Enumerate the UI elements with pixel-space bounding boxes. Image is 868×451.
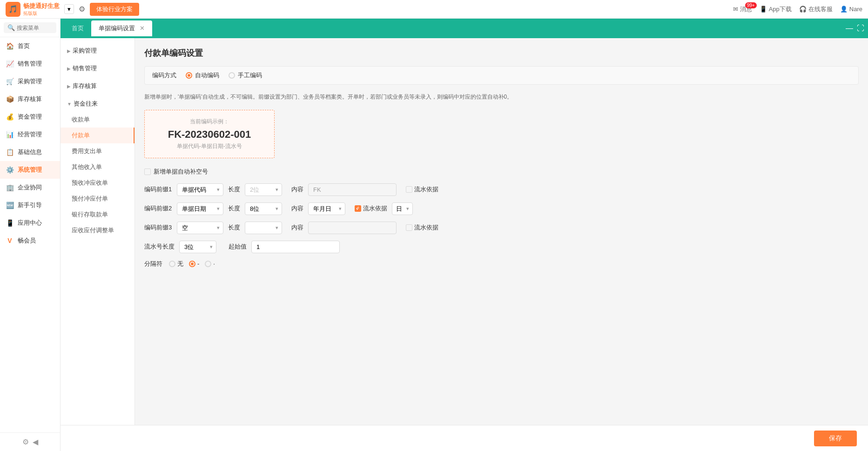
tab-close-icon[interactable]: ✕	[140, 25, 145, 32]
sidebar-item-inventory[interactable]: 📦 库存核算	[0, 90, 60, 108]
main-layout: 🔍 🏠 首页 📈 销售管理 🛒 采购管理 📦 库存核算 💰	[0, 19, 868, 451]
prefix3-select[interactable]: 空 单据代码 单据日期 部门 业务员	[177, 222, 223, 234]
preview-label: 当前编码示例：	[156, 118, 263, 126]
message-btn[interactable]: ✉ 消息 99+	[733, 5, 752, 13]
serial3-checkbox[interactable]	[406, 224, 412, 231]
prefix1-select[interactable]: 单据代码 部门 业务员 空	[177, 183, 223, 196]
sidebar-item-operations[interactable]: 📊 经营管理	[0, 126, 60, 143]
page-title: 付款单编码设置	[144, 47, 859, 59]
tab-maximize-btn[interactable]: ⛶	[857, 24, 864, 33]
sidebar-item-finance[interactable]: 💰 资金管理	[0, 108, 60, 126]
basic-icon: 📋	[6, 148, 14, 156]
submenu-group-finance-title[interactable]: ▼ 资金往来	[61, 96, 135, 112]
prefix3-label: 编码前缀3	[144, 223, 172, 232]
sales-icon: 📈	[6, 60, 14, 68]
system-icon: ⚙️	[6, 166, 14, 174]
nav-arrow-btn[interactable]: ▾	[64, 4, 74, 14]
sep-dot-radio[interactable]	[205, 261, 211, 267]
app-download-btn[interactable]: 📱 App下载	[760, 5, 792, 13]
sep-none-radio[interactable]	[169, 261, 175, 267]
sidebar-item-label: 应用中心	[18, 219, 42, 227]
save-button[interactable]: 保存	[814, 431, 857, 446]
sidebar-item-basic[interactable]: 📋 基础信息	[0, 143, 60, 161]
separator-row: 分隔符 无 - ·	[144, 260, 859, 268]
auto-fill-checkbox[interactable]	[144, 168, 151, 175]
auto-fill-label[interactable]: 新增单据自动补空号	[154, 168, 208, 176]
length2-select-wrapper: 8位 1位 2位	[245, 202, 282, 215]
sep-none-option[interactable]: 无	[169, 260, 183, 268]
sidebar-nav: 🏠 首页 📈 销售管理 🛒 采购管理 📦 库存核算 💰 资金管理 📊 经	[0, 37, 60, 432]
tab-home[interactable]: 首页	[64, 20, 91, 36]
submenu-item-adj[interactable]: 应收应付调整单	[61, 222, 135, 238]
inventory-icon: 📦	[6, 95, 14, 103]
operations-icon: 📊	[6, 130, 14, 139]
sidebar-item-label: 库存核算	[18, 95, 42, 103]
content2-select-wrapper: 年月日 年月 年	[308, 202, 345, 215]
serial2-checkbox[interactable]: ✓	[355, 205, 361, 212]
sidebar-item-label: 系统管理	[18, 166, 42, 174]
submenu-item-prepay-recv[interactable]: 预收冲应收单	[61, 175, 135, 191]
sep-dot-option[interactable]: ·	[205, 260, 215, 267]
serial-length-select[interactable]: 3位 1位 2位 4位	[179, 241, 216, 253]
prefix2-select[interactable]: 单据日期 单据代码 部门 业务员 空	[177, 202, 223, 215]
sidebar-item-label: 首页	[18, 42, 30, 50]
submenu-item-payment[interactable]: 付款单	[61, 128, 135, 143]
settings-btn[interactable]: ⚙	[22, 438, 29, 446]
appstore-icon: 📱	[6, 219, 14, 227]
length2-select[interactable]: 8位 1位 2位	[245, 202, 282, 215]
chevron-right-icon: ▶	[67, 48, 71, 54]
sidebar-item-enterprise[interactable]: 🏢 企业协同	[0, 179, 60, 196]
sidebar-item-appstore[interactable]: 📱 应用中心	[0, 214, 60, 232]
serial2-label: 流水依据	[363, 204, 387, 213]
sidebar-item-label: 畅会员	[18, 236, 36, 245]
submenu-group-inventory-title[interactable]: ▶ 库存核算	[61, 78, 135, 94]
sidebar-item-label: 经营管理	[18, 130, 42, 139]
sidebar-item-purchase[interactable]: 🛒 采购管理	[0, 73, 60, 90]
submenu-item-expense[interactable]: 费用支出单	[61, 143, 135, 159]
sidebar-item-home[interactable]: 🏠 首页	[0, 37, 60, 55]
serial2-checkbox-item: ✓ 流水依据	[355, 204, 387, 213]
submenu-group-sales-title[interactable]: ▶ 销售管理	[61, 61, 135, 76]
tab-minimize-btn[interactable]: —	[846, 24, 853, 33]
submenu-item-bank[interactable]: 银行存取款单	[61, 207, 135, 222]
length2-label: 长度	[228, 204, 240, 213]
serial3-label: 流水依据	[414, 223, 438, 232]
content2-select[interactable]: 年月日 年月 年	[308, 202, 345, 215]
prefix2-select-wrapper: 单据日期 单据代码 部门 业务员 空	[177, 202, 223, 215]
submenu-item-other-income[interactable]: 其他收入单	[61, 159, 135, 175]
user-info[interactable]: 👤 Nare	[840, 6, 862, 13]
serial-length-select-wrapper: 3位 1位 2位 4位	[179, 241, 216, 253]
sep-dot-label: ·	[213, 260, 215, 267]
serial1-checkbox[interactable]	[406, 186, 412, 193]
collapse-btn[interactable]: ◀	[33, 438, 38, 446]
day-select[interactable]: 日 月 年	[392, 202, 413, 215]
manual-encode-radio-btn[interactable]	[229, 72, 235, 79]
search-input[interactable]	[17, 25, 53, 31]
length1-select[interactable]: 2位 1位 2位 3位	[245, 183, 282, 196]
submenu-item-receipt[interactable]: 收款单	[61, 112, 135, 128]
submenu-item-prepay-pay[interactable]: 预付冲应付单	[61, 191, 135, 207]
tab-serial[interactable]: 单据编码设置 ✕	[91, 20, 152, 36]
auto-encode-radio[interactable]: 自动编码	[186, 71, 219, 80]
separator-label: 分隔符	[144, 260, 162, 268]
settings-gear-btn[interactable]: ⚙	[79, 5, 85, 13]
sidebar-item-sales[interactable]: 📈 销售管理	[0, 55, 60, 73]
main-panel: 首页 单据编码设置 ✕ — ⛶ ▶ 采购管理	[61, 19, 868, 451]
preview-box: 当前编码示例： FK-20230602-001 单据代码-单据日期-流水号	[144, 110, 275, 158]
auto-encode-radio-btn[interactable]	[186, 72, 192, 79]
sidebar-item-system[interactable]: ⚙️ 系统管理	[0, 161, 60, 179]
manual-encode-radio[interactable]: 手工编码	[229, 71, 262, 80]
sidebar-item-guide[interactable]: 🆕 新手引导	[0, 196, 60, 214]
length3-select[interactable]	[245, 222, 282, 234]
sidebar-item-member[interactable]: V 畅会员	[0, 232, 60, 249]
search-input-wrapper[interactable]: 🔍	[4, 22, 56, 33]
submenu-group-purchase-title[interactable]: ▶ 采购管理	[61, 43, 135, 59]
content1-label: 内容	[291, 185, 303, 194]
online-service-btn[interactable]: 🎧 在线客服	[799, 5, 833, 13]
start-value-input[interactable]	[251, 241, 340, 253]
sep-dash-radio[interactable]	[189, 261, 195, 267]
sep-dash-option[interactable]: -	[189, 260, 199, 267]
brand: 🎵 畅捷通好生意 拓版版	[6, 2, 60, 17]
promo-btn[interactable]: 体验行业方案	[90, 3, 139, 16]
prefix1-label: 编码前缀1	[144, 185, 172, 194]
